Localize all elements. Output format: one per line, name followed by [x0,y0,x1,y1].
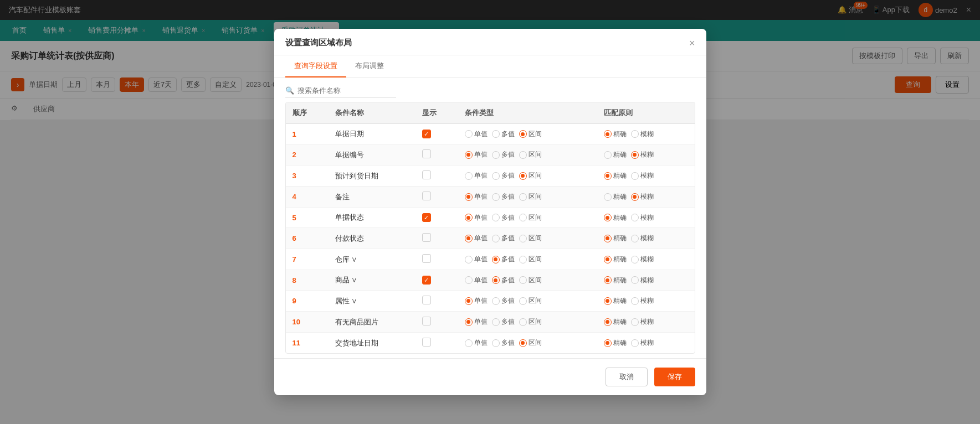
match-option-精确[interactable]: 精确 [604,150,627,159]
type-option-单值[interactable]: 单值 [465,255,488,264]
radio-circle-icon [492,193,500,201]
type-option-单值[interactable]: 单值 [465,276,488,285]
field-show-checkbox[interactable] [415,208,458,228]
radio-circle-icon [519,235,527,242]
modal-close-button[interactable]: × [689,38,695,48]
field-show-checkbox[interactable] [415,249,458,270]
show-checkbox[interactable] [422,213,431,222]
type-option-多值[interactable]: 多值 [492,150,515,159]
type-option-区间[interactable]: 区间 [519,338,542,348]
radio-circle-icon [465,256,473,263]
field-name: 属性 ∨ [329,291,415,312]
match-option-精确[interactable]: 精确 [604,130,627,139]
type-option-多值[interactable]: 多值 [492,171,515,180]
field-show-checkbox[interactable] [415,228,458,249]
show-checkbox[interactable] [422,254,431,263]
col-show: 显示 [415,102,458,124]
type-option-单值[interactable]: 单值 [465,192,488,201]
match-option-模糊[interactable]: 模糊 [631,234,654,243]
type-option-区间[interactable]: 区间 [519,150,542,159]
type-option-区间[interactable]: 区间 [519,213,542,223]
search-input[interactable] [297,86,396,95]
field-show-checkbox[interactable] [415,166,458,187]
modal-footer: 取消 保存 [274,358,706,395]
type-option-区间[interactable]: 区间 [519,296,542,306]
match-option-模糊[interactable]: 模糊 [631,171,654,180]
match-option-模糊[interactable]: 模糊 [631,338,654,348]
match-option-精确[interactable]: 精确 [604,213,627,223]
type-option-多值[interactable]: 多值 [492,192,515,201]
type-option-单值[interactable]: 单值 [465,234,488,243]
field-show-checkbox[interactable] [415,291,458,312]
match-option-模糊[interactable]: 模糊 [631,255,654,264]
type-option-单值[interactable]: 单值 [465,296,488,306]
type-option-多值[interactable]: 多值 [492,338,515,348]
show-checkbox[interactable] [422,276,431,285]
field-type-radio-group: 单值多值区间 [458,228,597,249]
type-option-区间[interactable]: 区间 [519,255,542,264]
show-checkbox[interactable] [422,192,431,200]
type-option-区间[interactable]: 区间 [519,171,542,180]
match-option-精确[interactable]: 精确 [604,192,627,201]
type-option-多值[interactable]: 多值 [492,130,515,139]
radio-circle-icon [519,256,527,263]
modal-tab-layout[interactable]: 布局调整 [346,55,393,77]
field-show-checkbox[interactable] [415,312,458,333]
field-match-radio-group: 精确模糊 [597,249,695,270]
match-option-模糊[interactable]: 模糊 [631,192,654,201]
type-option-多值[interactable]: 多值 [492,234,515,243]
table-row: 2单据编号单值多值区间精确模糊 [286,144,695,166]
field-show-checkbox[interactable] [415,270,458,291]
modal-tab-query-fields[interactable]: 查询字段设置 [285,55,346,77]
match-option-精确[interactable]: 精确 [604,338,627,348]
show-checkbox[interactable] [422,338,431,347]
type-option-单值[interactable]: 单值 [465,317,488,327]
type-option-区间[interactable]: 区间 [519,276,542,285]
show-checkbox[interactable] [422,317,431,325]
show-checkbox[interactable] [422,233,431,242]
show-checkbox[interactable] [422,130,431,138]
field-show-checkbox[interactable] [415,333,458,354]
field-show-checkbox[interactable] [415,187,458,208]
match-option-精确[interactable]: 精确 [604,296,627,306]
type-option-多值[interactable]: 多值 [492,255,515,264]
table-row: 8商品 ∨单值多值区间精确模糊 [286,270,695,291]
match-option-精确[interactable]: 精确 [604,171,627,180]
field-match-radio-group: 精确模糊 [597,270,695,291]
type-option-单值[interactable]: 单值 [465,338,488,348]
type-option-区间[interactable]: 区间 [519,130,542,139]
type-option-多值[interactable]: 多值 [492,296,515,306]
type-option-多值[interactable]: 多值 [492,317,515,327]
field-show-checkbox[interactable] [415,124,458,144]
match-option-精确[interactable]: 精确 [604,276,627,285]
match-option-模糊[interactable]: 模糊 [631,317,654,327]
field-show-checkbox[interactable] [415,144,458,166]
cancel-button[interactable]: 取消 [606,368,648,386]
type-option-单值[interactable]: 单值 [465,213,488,223]
radio-circle-icon [519,193,527,201]
save-button[interactable]: 保存 [654,368,695,386]
show-checkbox[interactable] [422,296,431,304]
show-checkbox[interactable] [422,170,431,179]
match-option-精确[interactable]: 精确 [604,255,627,264]
match-option-精确[interactable]: 精确 [604,234,627,243]
type-option-单值[interactable]: 单值 [465,171,488,180]
match-option-模糊[interactable]: 模糊 [631,130,654,139]
match-option-模糊[interactable]: 模糊 [631,213,654,223]
type-option-单值[interactable]: 单值 [465,150,488,159]
match-option-模糊[interactable]: 模糊 [631,296,654,306]
type-option-区间[interactable]: 区间 [519,192,542,201]
show-checkbox[interactable] [422,149,431,158]
match-option-模糊[interactable]: 模糊 [631,276,654,285]
type-option-单值[interactable]: 单值 [465,130,488,139]
table-row: 5单据状态单值多值区间精确模糊 [286,208,695,228]
radio-circle-icon [465,214,473,221]
type-option-区间[interactable]: 区间 [519,317,542,327]
type-option-多值[interactable]: 多值 [492,213,515,223]
match-option-模糊[interactable]: 模糊 [631,150,654,159]
type-option-多值[interactable]: 多值 [492,276,515,285]
type-option-区间[interactable]: 区间 [519,234,542,243]
table-row: 1单据日期单值多值区间精确模糊 [286,124,695,144]
field-name: 单据编号 [329,144,415,166]
match-option-精确[interactable]: 精确 [604,317,627,327]
